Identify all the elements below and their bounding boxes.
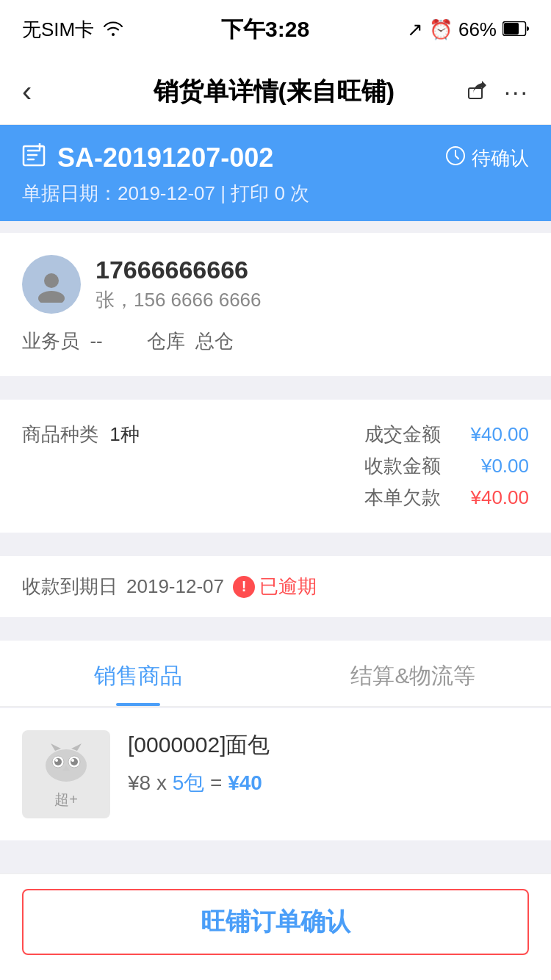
status-bar: 无SIM卡 下午3:28 ↗ ⏰ 66% — [0, 0, 551, 59]
svg-point-11 — [71, 758, 78, 765]
wifi-icon — [103, 18, 123, 41]
overdue-badge: ! 已逾期 — [233, 574, 317, 599]
svg-marker-15 — [71, 743, 82, 751]
svg-point-10 — [54, 758, 62, 765]
svg-point-12 — [55, 759, 58, 762]
nav-left: ‹ — [22, 75, 81, 108]
share-button[interactable] — [467, 78, 489, 105]
svg-point-13 — [71, 759, 74, 762]
warehouse-label: 仓库 总仓 — [147, 328, 234, 354]
salesperson-label: 业务员 -- — [22, 328, 103, 354]
customer-phone: 17666666666 — [96, 256, 262, 284]
nav-bar: ‹ 销货单详情(来自旺铺) ··· — [0, 59, 551, 125]
tab-sales-products[interactable]: 销售商品 — [0, 641, 276, 706]
overdue-icon: ! — [233, 576, 255, 598]
transaction-row: 成交金额 ¥40.00 — [364, 422, 529, 447]
category-label: 商品种类 — [22, 423, 98, 445]
status-right: ↗ ⏰ 66% — [407, 18, 529, 41]
clock-icon — [445, 145, 466, 171]
separator1 — [0, 376, 551, 388]
order-header: SA-20191207-002 待确认 单据日期：2019-12-07 | 打印… — [0, 125, 551, 221]
due-section: 收款到期日 2019-12-07 ! 已逾期 — [0, 556, 551, 617]
confirm-order-button[interactable]: 旺铺订单确认 — [22, 889, 529, 955]
product-section: 超+ [0000002]面包 ¥8 x 5包 = ¥40 — [0, 708, 551, 840]
overdue-text: 已逾期 — [259, 574, 317, 599]
svg-point-6 — [38, 291, 65, 303]
separator2 — [0, 533, 551, 544]
product-details: [0000002]面包 ¥8 x 5包 = ¥40 — [128, 730, 529, 797]
order-date: 单据日期：2019-12-07 | 打印 0 次 — [22, 181, 529, 206]
customer-name: 张，156 6666 6666 — [96, 287, 262, 313]
battery-text: 66% — [458, 18, 497, 41]
avatar — [22, 255, 81, 314]
back-button[interactable]: ‹ — [22, 75, 32, 108]
amounts-left: 商品种类 1种 — [22, 422, 140, 447]
separator3 — [0, 617, 551, 629]
product-thumbnail: 超+ — [22, 730, 110, 818]
customer-meta: 业务员 -- 仓库 总仓 — [22, 328, 529, 354]
carrier-text: 无SIM卡 — [22, 17, 94, 43]
order-icon — [22, 143, 48, 173]
customer-section: 17666666666 张，156 6666 6666 业务员 -- 仓库 总仓 — [0, 233, 551, 376]
product-price: ¥8 x 5包 = ¥40 — [128, 769, 529, 797]
order-status: 待确认 — [445, 145, 529, 171]
more-button[interactable]: ··· — [504, 77, 529, 106]
svg-marker-14 — [51, 743, 61, 751]
amounts-section: 商品种类 1种 成交金额 ¥40.00 收款金额 ¥0.00 本单欠款 ¥40.… — [0, 400, 551, 533]
product-name: [0000002]面包 — [128, 730, 529, 760]
debt-row: 本单欠款 ¥40.00 — [364, 485, 529, 511]
svg-point-5 — [44, 273, 59, 288]
bottom-bar: 旺铺订单确认 — [0, 873, 551, 980]
status-left: 无SIM卡 — [22, 17, 123, 43]
location-icon: ↗ — [407, 18, 423, 41]
battery-icon — [503, 18, 529, 41]
category-count: 1种 — [109, 423, 139, 445]
due-label: 收款到期日 — [22, 574, 118, 599]
alarm-icon: ⏰ — [429, 18, 453, 41]
svg-rect-1 — [504, 23, 519, 35]
tabs: 销售商品 结算&物流等 — [0, 641, 551, 707]
category-row: 商品种类 1种 — [22, 422, 140, 447]
page-title: 销货单详情(来自旺铺) — [81, 75, 467, 109]
received-row: 收款金额 ¥0.00 — [364, 453, 529, 479]
order-id: SA-20191207-002 — [22, 143, 273, 173]
status-time: 下午3:28 — [221, 15, 309, 45]
nav-right: ··· — [467, 77, 529, 106]
tab-settlement-logistics[interactable]: 结算&物流等 — [276, 641, 551, 706]
table-row: 超+ [0000002]面包 ¥8 x 5包 = ¥40 — [0, 708, 551, 840]
svg-rect-2 — [469, 88, 482, 98]
due-date: 2019-12-07 — [126, 575, 224, 598]
amounts-right: 成交金额 ¥40.00 收款金额 ¥0.00 本单欠款 ¥40.00 — [364, 422, 529, 511]
